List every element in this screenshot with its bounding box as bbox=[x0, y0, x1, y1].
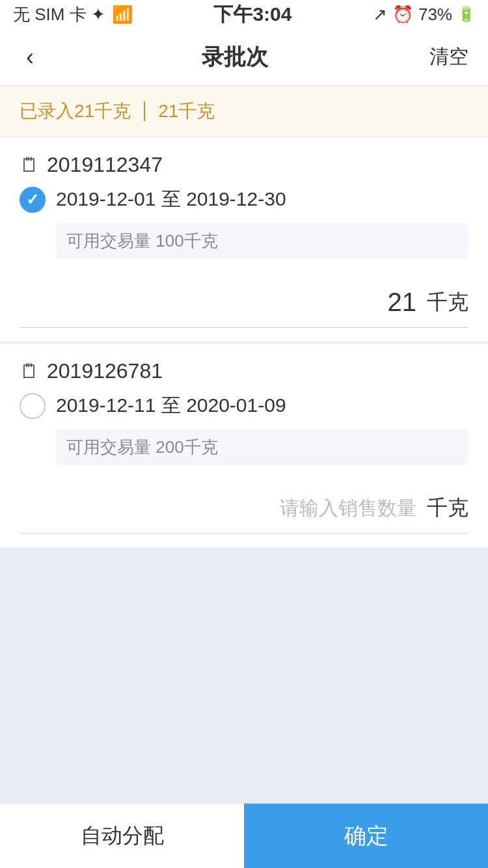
info-banner: 已录入21千克 21千克 bbox=[0, 86, 488, 137]
batch2-input-placeholder: 请输入销售数量 bbox=[280, 495, 416, 522]
clear-button[interactable]: 清空 bbox=[429, 44, 468, 70]
status-right: ↗ ⏰ 73% 🔋 bbox=[373, 5, 475, 25]
main-content: 已录入21千克 21千克 🗒 2019112347 2019-12-01 至 2… bbox=[0, 86, 488, 803]
total-label: 21千克 bbox=[158, 99, 215, 124]
batch1-header: 🗒 2019112347 bbox=[20, 153, 468, 177]
alarm-icon: ⏰ bbox=[392, 5, 413, 25]
batch1-date: 2019-12-01 至 2019-12-30 bbox=[56, 186, 286, 213]
batch2-date-row[interactable]: 2019-12-11 至 2020-01-09 bbox=[20, 392, 468, 419]
batch2-header: 🗒 2019126781 bbox=[20, 359, 468, 383]
batch2-input-unit: 千克 bbox=[427, 494, 468, 522]
batch1-id: 2019112347 bbox=[47, 153, 163, 177]
confirm-button[interactable]: 确定 bbox=[244, 804, 488, 868]
status-bar: 无 SIM 卡 ✦ 📶 下午3:04 ↗ ⏰ 73% 🔋 bbox=[0, 0, 488, 29]
batch2-bottom-pad bbox=[0, 534, 488, 547]
batch1-quantity-value[interactable]: 21 bbox=[388, 288, 417, 317]
confirm-label: 确定 bbox=[344, 821, 388, 851]
nav-bar: ‹ 录批次 清空 bbox=[0, 29, 488, 86]
batch1-date-row[interactable]: 2019-12-01 至 2019-12-30 bbox=[20, 186, 468, 213]
auto-distribute-label: 自动分配 bbox=[81, 822, 164, 850]
batch1-bottom-pad bbox=[0, 328, 488, 341]
page-title: 录批次 bbox=[202, 42, 268, 72]
auto-distribute-button[interactable]: 自动分配 bbox=[0, 804, 244, 868]
batch2-date: 2019-12-11 至 2020-01-09 bbox=[56, 392, 286, 419]
batch2-inner: 🗒 2019126781 2019-12-11 至 2020-01-09 可用交… bbox=[0, 344, 488, 481]
batch1-doc-icon: 🗒 bbox=[20, 154, 39, 176]
sim-label: 无 SIM 卡 ✦ bbox=[13, 3, 105, 26]
batch1-card: 🗒 2019112347 2019-12-01 至 2019-12-30 可用交… bbox=[0, 137, 488, 341]
battery-label: 73% bbox=[418, 5, 452, 25]
batch1-quantity-row: 21 千克 bbox=[0, 275, 488, 327]
wifi-icon: 📶 bbox=[112, 5, 133, 25]
recorded-label: 已录入21千克 bbox=[20, 99, 131, 124]
batch2-doc-icon: 🗒 bbox=[20, 360, 39, 383]
batch1-inner: 🗒 2019112347 2019-12-01 至 2019-12-30 可用交… bbox=[0, 137, 488, 275]
back-button[interactable]: ‹ bbox=[20, 37, 40, 77]
status-time: 下午3:04 bbox=[213, 1, 291, 28]
bottom-bar: 自动分配 确定 bbox=[0, 803, 488, 868]
location-icon: ↗ bbox=[373, 5, 387, 25]
batch2-input-row: 请输入销售数量 千克 bbox=[0, 481, 488, 533]
battery-icon: 🔋 bbox=[457, 6, 475, 23]
info-divider bbox=[144, 102, 145, 121]
batch2-card: 🗒 2019126781 2019-12-11 至 2020-01-09 可用交… bbox=[0, 344, 488, 547]
empty-area bbox=[0, 548, 488, 803]
batch1-available: 可用交易量 100千克 bbox=[56, 223, 468, 259]
status-left: 无 SIM 卡 ✦ 📶 bbox=[13, 3, 133, 26]
batch1-radio[interactable] bbox=[20, 187, 46, 213]
batch1-quantity-unit: 千克 bbox=[427, 288, 468, 317]
batch2-id: 2019126781 bbox=[47, 359, 163, 383]
batch2-radio[interactable] bbox=[20, 393, 46, 419]
batch2-available: 可用交易量 200千克 bbox=[56, 429, 468, 465]
